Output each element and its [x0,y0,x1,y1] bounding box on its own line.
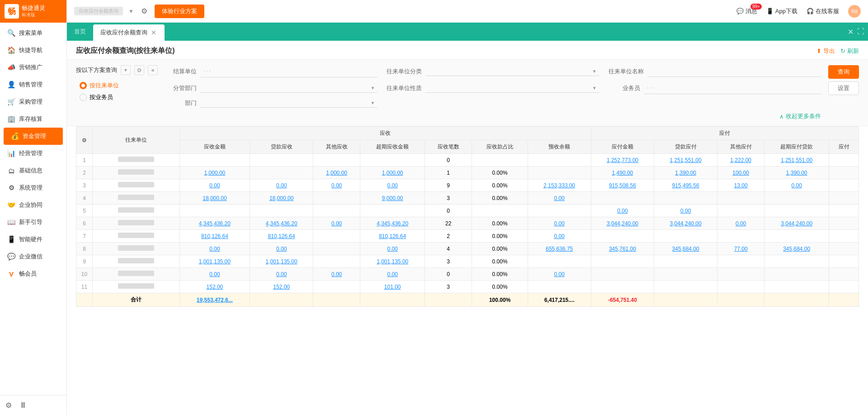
sidebar-item-label: 资金管理 [23,132,46,140]
sidebar-item-label: 库存核算 [19,115,42,123]
total-ar-prepay: 6,417,215.... [528,293,591,307]
tab-close-all-icon[interactable]: ✕ [848,28,854,36]
sidebar-item-quick-nav[interactable]: 🏠 快捷导航 [0,42,66,59]
collapse-icon: ∧ [779,113,784,120]
sidebar-item-finance[interactable]: 💰 资金管理 [4,128,63,145]
more-scheme-icon[interactable]: « [148,65,158,75]
edit-scheme-icon[interactable]: ⊙ [134,65,144,75]
sidebar-item-label: 销售管理 [19,81,42,89]
logo-title: 畅捷通灵 [22,5,45,12]
header-app-download[interactable]: 📱 App下载 [766,7,797,15]
field-unit-nature: 往来单位性质 ▼ [387,82,599,94]
scheme-item-staff[interactable]: 按业务员 [80,91,158,103]
tab-home-label: 首页 [74,28,86,36]
sidebar-item-purchase[interactable]: 🛒 采购管理 [0,93,66,110]
trial-btn[interactable]: 体验行业方案 [155,5,204,18]
th-ar-amt: 应收金额 [179,140,250,154]
wechat-icon: 💬 [7,253,15,261]
department-input[interactable]: ▼ [200,99,377,108]
collapse-conditions-btn[interactable]: ∧ 收起更多条件 [779,112,821,120]
table-settings-icon[interactable]: ⚙ [82,137,87,143]
inventory-icon: 🏢 [7,115,15,123]
sidebar-item-operation[interactable]: 📊 经营管理 [0,145,66,162]
scheme-label: 按以下方案查询 [76,66,117,74]
dept-arrow-icon: ▼ [370,86,375,91]
th-ar-other: 其他应收 [313,140,360,154]
guide-icon: 📖 [7,218,15,226]
department-label: 部门 [165,99,197,107]
sidebar-item-label: 基础信息 [19,167,42,175]
sidebar-item-label: 营销推广 [19,63,42,72]
salesperson-input[interactable]: ··· [644,82,821,94]
scheme-item-unit[interactable]: 按往来单位 [80,80,158,91]
table-row: 418,000.0018,000.009,000.0030.00%0.00 [76,192,859,205]
sidebar-item-system[interactable]: ⚙ 系统管理 [0,179,66,196]
total-ar-amt: 19,553,472,6... [179,293,250,307]
header-online-service[interactable]: 🎧 在线客服 [807,7,839,15]
setting-button[interactable]: 设置 [828,81,859,95]
unit-nature-arrow-icon: ▼ [592,86,597,91]
operation-icon: 📊 [7,149,15,157]
total-ar-ratio: 100.00% [472,293,528,307]
tab-close-icon[interactable]: ✕ [150,29,157,36]
sidebar-item-sales[interactable]: 👤 销售管理 [0,76,66,93]
field-department: 部门 ▼ [165,99,377,108]
header-message[interactable]: 💬 消息 99+ [736,7,757,15]
sidebar-item-label: 畅会员 [19,270,37,278]
sidebar-item-marketing[interactable]: 📣 营销推广 [0,59,66,76]
user-avatar-area[interactable]: Rit [848,5,861,18]
sidebar-item-label: 搜索菜单 [19,29,42,37]
sidebar-item-label: 系统管理 [19,184,42,192]
page-title: 应收应付余额查询(按往来单位) [76,46,175,56]
unit-nature-label: 往来单位性质 [387,84,422,92]
sidebar-item-hardware[interactable]: 📱 智能硬件 [0,231,66,248]
th-ar-overdue: 超期应收金额 [360,140,425,154]
sidebar-item-search[interactable]: 🔍 搜索菜单 [0,24,66,42]
table-row: 7810,126.64810,126.64810,126.6420.00%0.0… [76,230,859,243]
sidebar-item-inventory[interactable]: 🏢 库存核算 [0,110,66,128]
settlement-unit-input[interactable]: ··· [200,65,377,77]
field-unit-name: 往来单位名称 [609,65,821,77]
tab-bar-right: ✕ ⛶ [848,23,868,41]
sidebar-logo: 畅 畅捷通灵 标准版 [0,0,66,23]
sidebar-item-vip[interactable]: V 畅会员 [0,265,66,282]
th-ap-overdue: 超期应付贷款 [764,140,829,154]
sidebar-item-base[interactable]: 🗂 基础信息 [0,162,66,179]
header-gear-icon[interactable]: ⚙ [141,7,147,15]
unit-category-input[interactable]: ▼ [425,67,599,76]
table-row: 100.000.000.000.0000.00%0.00 [76,268,859,281]
tab-bar: 首页 应收应付余额查询 ✕ ✕ ⛶ [67,23,868,41]
sidebar-item-wechat[interactable]: 💬 企业微信 [0,248,66,265]
app-icon: 📱 [766,8,774,14]
header-breadcrumb: 应收应付余额查询 [74,7,123,15]
tab-ar-ap[interactable]: 应收应付余额查询 ✕ [93,24,165,41]
table-footer-row: 合计 19,553,472,6... 100.00% 6,417,215....… [76,293,859,307]
sidebar-item-guide[interactable]: 📖 新手引导 [0,214,66,231]
app-label: App下载 [775,7,797,15]
unit-category-arrow-icon: ▼ [592,69,597,74]
sidebar: 畅 畅捷通灵 标准版 🔍 搜索菜单 🏠 快捷导航 📣 营销推广 👤 销售管理 🛒… [0,0,67,415]
collapse-sidebar-icon[interactable]: ⏸ [19,401,27,410]
salesperson-label: 业务员 [609,84,640,92]
logo-sub: 标准版 [22,12,45,18]
breadcrumb-chevron-icon[interactable]: ▼ [128,8,134,14]
service-icon: 🎧 [807,8,814,14]
table-header-settings[interactable]: ⚙ [76,127,93,154]
top-header: 应收应付余额查询 ▼ ⚙ 体验行业方案 💬 消息 99+ 📱 App下载 🎧 在… [67,0,868,23]
unit-nature-input[interactable]: ▼ [425,84,599,93]
tab-home[interactable]: 首页 [67,23,93,41]
tab-expand-icon[interactable]: ⛶ [857,28,864,36]
sidebar-item-corp[interactable]: 🤝 企业协同 [0,196,66,214]
system-icon: ⚙ [7,184,15,192]
refresh-button[interactable]: ↻ 刷新 [840,47,859,55]
th-ap-rest: 应付 [829,140,859,154]
th-ar-prepay: 预收余额 [528,140,591,154]
query-button[interactable]: 查询 [828,65,859,79]
add-scheme-icon[interactable]: + [121,65,131,75]
settings-footer-icon[interactable]: ⚙ [5,401,12,410]
search-fields-area: 结算单位 ··· 往来单位分类 ▼ [165,65,821,120]
table-row: 91,001,135.001,001,135.001,001,135.0030.… [76,255,859,268]
dept-input[interactable]: ▼ [200,84,377,93]
unit-name-input[interactable] [647,66,821,77]
export-button[interactable]: ⬆ 导出 [816,47,835,55]
